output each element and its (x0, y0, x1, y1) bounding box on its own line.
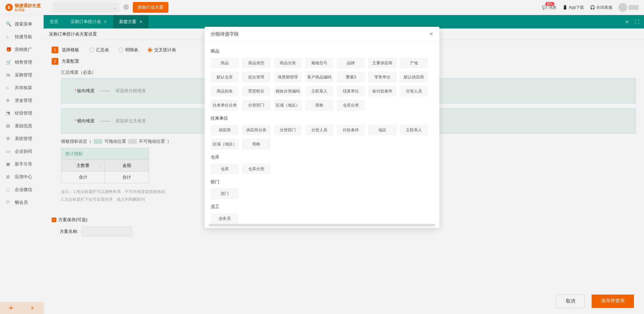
field-chip[interactable]: 客户商品编码 (305, 72, 333, 82)
field-group-title-1: 往来单位 (211, 115, 433, 121)
field-chip[interactable]: 分管人员 (305, 125, 333, 135)
field-chip[interactable]: 默认仓库 (211, 72, 239, 82)
field-chip[interactable]: 产地 (400, 58, 428, 68)
field-group-title-0: 商品 (211, 48, 433, 54)
field-chip[interactable]: 部门 (211, 188, 239, 199)
field-chip[interactable]: 供应商 (211, 125, 239, 135)
field-chip[interactable]: 分管部门 (274, 125, 302, 135)
field-group-items-4: 业务员 (211, 213, 433, 224)
field-chip[interactable]: 保质期管理 (274, 72, 302, 82)
field-group-items-3: 部门 (211, 188, 433, 199)
field-chip[interactable]: 收付款条件 (368, 86, 396, 97)
field-chip[interactable]: 商品 (211, 58, 239, 68)
field-chip[interactable]: 简称 (305, 100, 333, 111)
field-chip[interactable]: 商品别名 (211, 86, 239, 97)
field-chip[interactable]: 仓库 (211, 164, 239, 174)
field-chip[interactable]: 品牌 (337, 58, 365, 68)
field-chip[interactable]: 商品分类 (274, 58, 302, 68)
field-chip[interactable]: 地区 (368, 125, 396, 135)
field-chip[interactable]: 区域（地区） (211, 139, 239, 149)
field-chip[interactable]: 批次管理 (242, 72, 270, 82)
field-chip[interactable]: 税收分类编码 (274, 86, 302, 97)
field-selector-modal: 分组待选字段 ✕ 商品商品商品类型商品分类规格型号品牌主要供应商产地默认仓库批次… (205, 27, 439, 228)
field-chip[interactable]: 荐货积分 (242, 86, 270, 97)
field-chip[interactable]: 仓库分类 (242, 164, 270, 174)
modal-overlay: 分组待选字段 ✕ 商品商品商品类型商品分类规格型号品牌主要供应商产地默认仓库批次… (0, 0, 644, 314)
field-chip[interactable]: 区域（地区） (274, 100, 302, 111)
field-chip[interactable]: 重量3 (337, 72, 365, 82)
field-group-items-0: 商品商品类型商品分类规格型号品牌主要供应商产地默认仓库批次管理保质期管理客户商品… (211, 58, 433, 111)
modal-horizontal-scrollbar[interactable] (205, 225, 439, 228)
modal-title: 分组待选字段 (211, 31, 239, 37)
field-chip[interactable]: 主联系人 (305, 86, 333, 97)
field-chip[interactable]: 分管部门 (242, 100, 270, 111)
field-chip[interactable]: 付款条件 (337, 125, 365, 135)
field-group-items-1: 供应商供应商分类分管部门分管人员付款条件地区主联系人区域（地区）简称 (211, 125, 433, 149)
modal-close-icon[interactable]: ✕ (429, 31, 433, 37)
field-chip[interactable]: 业务员 (211, 213, 239, 224)
field-group-title-3: 部门 (211, 179, 433, 185)
field-chip[interactable]: 默认供应商 (400, 72, 428, 82)
field-chip[interactable]: 主联系人 (400, 125, 428, 135)
field-chip[interactable]: 结算单位 (337, 86, 365, 97)
field-chip[interactable]: 规格型号 (305, 58, 333, 68)
field-group-items-2: 仓库仓库分类 (211, 164, 433, 174)
field-chip[interactable]: 简称 (242, 139, 270, 149)
modal-header: 分组待选字段 ✕ (205, 27, 439, 42)
modal-body: 商品商品商品类型商品分类规格型号品牌主要供应商产地默认仓库批次管理保质期管理客户… (205, 42, 439, 225)
field-chip[interactable]: 供应商分类 (242, 125, 270, 135)
field-chip[interactable]: 商品类型 (242, 58, 270, 68)
field-group-title-4: 员工 (211, 204, 433, 210)
field-chip[interactable]: 零售单位 (368, 72, 396, 82)
field-chip[interactable]: 往来单位分类 (211, 100, 239, 111)
field-group-title-2: 仓库 (211, 154, 433, 160)
field-chip[interactable]: 仓库分类 (337, 100, 365, 111)
field-chip[interactable]: 主要供应商 (368, 58, 396, 68)
field-chip[interactable]: 分管人员 (400, 86, 428, 97)
